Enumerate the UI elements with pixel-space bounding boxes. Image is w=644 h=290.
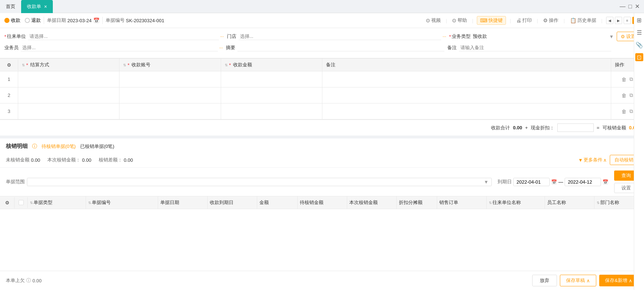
td-account-2[interactable] [119, 87, 221, 103]
date-value: 2023-03-24 [67, 18, 92, 23]
tab-receipt[interactable]: 收款单 × [21, 0, 53, 13]
form-row-1: * 往来单位 ··· 门店 ··· * 业务类型 预收款 ▼ [4, 32, 640, 41]
calendar-to-icon[interactable]: 📅 [602, 179, 608, 185]
td-account-1[interactable] [119, 71, 221, 87]
td-account-3[interactable] [119, 103, 221, 119]
number-value: SK-20230324-001 [126, 18, 165, 23]
dth-amount: 金额 [257, 196, 298, 209]
verify-info-icon[interactable]: ⓘ [32, 143, 37, 150]
bottom-info-icon[interactable]: ⓘ [26, 277, 31, 284]
td-settlement-1[interactable] [18, 71, 119, 87]
check-all-checkbox[interactable] [19, 200, 24, 205]
print-btn[interactable]: 🖨 打印 [515, 16, 533, 24]
dth-duedate: 收款到期日 [208, 196, 257, 209]
tab-close-icon[interactable]: × [44, 4, 47, 9]
td-amount-3[interactable] [221, 103, 322, 119]
detail-table-header: ⚙ ⇅ 单据类型 ⇅ 单据编号 单据日期 收款到期日 金额 待核销金额 本次核销… [0, 196, 644, 209]
sidebar-icon-1[interactable]: ⊞ [635, 16, 643, 24]
td-remark-1[interactable] [322, 71, 611, 87]
table-row: 3 🗑 ⧉ [0, 103, 644, 119]
partner-input[interactable] [28, 33, 219, 40]
done-tab[interactable]: 已核销单据(0笔) [80, 143, 114, 150]
td-num-2: 2 [0, 87, 18, 103]
calendar-from-icon[interactable]: 📅 [551, 179, 557, 185]
td-settlement-2[interactable] [18, 87, 119, 103]
nav-prev-btn[interactable]: ◀ [606, 17, 613, 24]
copy-icon-3[interactable]: ⧉ [629, 108, 633, 114]
number-label: 单据编号 [106, 17, 125, 24]
verify-title: 核销明细 [6, 143, 28, 150]
range-select[interactable]: ▼ [27, 178, 492, 186]
help-btn[interactable]: ⊙ 帮助 [451, 16, 468, 24]
radio-receipt-dot [4, 18, 9, 23]
staff-input[interactable] [21, 44, 218, 51]
pending-tab[interactable]: 待核销单据(0笔) [42, 143, 76, 150]
shop-input[interactable] [239, 33, 441, 40]
save-draft-label: 保存草稿 [566, 277, 585, 284]
history-btn[interactable]: 📋 历史单据 [569, 16, 598, 24]
sort-icon-amount: ⇅ [225, 63, 228, 67]
td-remark-3[interactable] [322, 103, 611, 119]
td-settlement-3[interactable] [18, 103, 119, 119]
discount-input[interactable] [557, 124, 594, 132]
total-value: 0.00 [513, 125, 522, 130]
partner-more-btn[interactable]: ··· [220, 34, 224, 39]
sidebar-icon-4[interactable]: ⊡ [635, 53, 643, 61]
more-conditions-btn[interactable]: ▼ 更多条件 ∧ [578, 157, 607, 163]
td-amount-2[interactable] [221, 87, 322, 103]
nav-list-btn[interactable]: ≡ [624, 17, 631, 24]
sort-icon-settlement: ⇅ [22, 63, 25, 67]
dth-pending: 待核销金额 [298, 196, 347, 209]
radio-refund[interactable]: 退款 [25, 17, 41, 24]
sort-dept: ⇅ [597, 201, 600, 205]
td-amount-1[interactable] [221, 71, 322, 87]
uncanceled-value: 0.00 [31, 157, 40, 163]
sort-num: ⇅ [88, 201, 91, 205]
summary-input[interactable] [237, 44, 444, 51]
divider1 [44, 17, 44, 24]
new-arrow-icon: ∧ [629, 278, 632, 283]
radio-refund-dot [25, 18, 30, 23]
receipt-type-group: 收款 退款 [4, 17, 41, 24]
abandon-button[interactable]: 放弃 [532, 275, 557, 286]
operations-btn[interactable]: ⚙ 操作 [542, 16, 560, 24]
sidebar-icon-3[interactable]: 📎 [635, 41, 643, 49]
partner-field: * 往来单位 ··· [4, 33, 224, 40]
staff-more-btn[interactable]: ··· [219, 45, 223, 50]
sidebar-icon-2[interactable]: ☰ [635, 28, 643, 36]
shortcut-btn[interactable]: ⌨ 快捷键 [477, 16, 506, 25]
save-draft-button[interactable]: 保存草稿 ∧ [560, 275, 596, 286]
shortcut-icon: ⌨ [480, 17, 487, 23]
dth-staff: 员工名称 [545, 196, 594, 209]
td-remark-2[interactable] [322, 87, 611, 103]
copy-icon-2[interactable]: ⧉ [629, 92, 633, 98]
operations-icon: ⚙ [543, 17, 548, 23]
close-button[interactable]: ✕ [635, 3, 640, 10]
sort-type: ⇅ [30, 201, 33, 205]
minimize-button[interactable]: — [620, 3, 625, 10]
delete-icon-1[interactable]: 🗑 [621, 77, 627, 82]
note-input[interactable] [459, 44, 611, 51]
dth-discount: 折扣分摊额 [397, 196, 437, 209]
calendar-icon[interactable]: 📅 [93, 17, 99, 23]
radio-receipt[interactable]: 收款 [4, 17, 20, 24]
delete-icon-2[interactable]: 🗑 [621, 93, 627, 98]
date-from-input[interactable] [513, 178, 550, 186]
shop-more-btn[interactable]: ··· [443, 34, 446, 39]
nav-next-btn[interactable]: ▶ [615, 17, 622, 24]
save-new-button[interactable]: 保存&新增 ∧ [599, 275, 638, 286]
date-to-input[interactable] [565, 178, 601, 186]
uncanceled-item: 未核销金额 0.00 [6, 157, 40, 163]
th-settings[interactable]: ⚙ [0, 59, 18, 71]
maximize-button[interactable]: □ [628, 3, 632, 10]
dth-settings[interactable]: ⚙ [0, 197, 15, 208]
bottom-info: 本单上欠 ⓘ 0.00 [6, 277, 42, 284]
delete-icon-3[interactable]: 🗑 [621, 109, 627, 114]
sep3: | [510, 18, 511, 23]
this-time-value: 0.00 [82, 157, 91, 163]
video-btn[interactable]: ⊙ 视频 [424, 16, 442, 24]
biz-select[interactable]: 预收款 ▼ [473, 33, 614, 40]
copy-icon-1[interactable]: ⧉ [629, 76, 633, 82]
verify-section-header: 核销明细 ⓘ 待核销单据(0笔) 已核销单据(0笔) [0, 136, 644, 153]
tab-home[interactable]: 首页 [0, 0, 21, 13]
